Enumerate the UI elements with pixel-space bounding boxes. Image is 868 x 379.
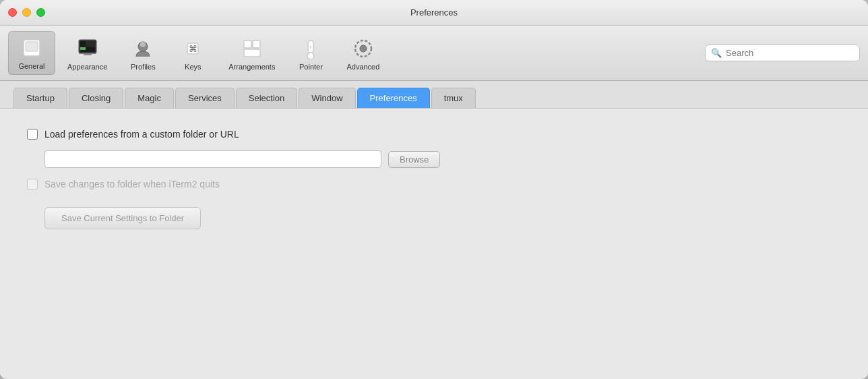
tab-magic[interactable]: Magic [125, 88, 174, 108]
toolbar-item-advanced[interactable]: Advanced [337, 32, 389, 75]
tab-selection[interactable]: Selection [236, 88, 297, 108]
pointer-label: Pointer [299, 63, 323, 71]
tab-closing[interactable]: Closing [69, 88, 123, 108]
general-icon [20, 36, 44, 60]
toolbar-items: General Appearance [8, 31, 705, 75]
minimize-button[interactable] [22, 8, 31, 17]
svg-rect-12 [244, 40, 251, 48]
search-icon: 🔍 [711, 48, 722, 58]
tab-services[interactable]: Services [175, 88, 235, 108]
tab-window[interactable]: Window [299, 88, 355, 108]
svg-point-17 [307, 53, 314, 59]
tab-bar: Startup Closing Magic Services Selection… [0, 81, 868, 109]
toolbar-item-pointer[interactable]: Pointer [287, 32, 334, 75]
save-settings-button[interactable]: Save Current Settings to Folder [44, 207, 201, 229]
save-on-quit-label: Save changes to folder when iTerm2 quits [44, 179, 220, 190]
preferences-section: Load preferences from a custom folder or… [27, 129, 841, 229]
svg-rect-14 [244, 49, 260, 57]
search-input[interactable] [726, 48, 854, 58]
save-on-quit-checkbox[interactable] [27, 179, 38, 190]
save-on-quit-row: Save changes to folder when iTerm2 quits [27, 179, 841, 190]
toolbar-item-profiles[interactable]: Profiles [119, 32, 166, 75]
general-label: General [18, 62, 44, 70]
content-area: Load preferences from a custom folder or… [0, 109, 868, 379]
appearance-label: Appearance [67, 63, 107, 71]
tab-preferences[interactable]: Preferences [357, 88, 430, 108]
toolbar-item-arrangements[interactable]: Arrangements [219, 32, 284, 75]
maximize-button[interactable] [36, 8, 45, 17]
window-title: Preferences [410, 7, 458, 18]
tab-tmux[interactable]: tmux [431, 88, 476, 108]
arrangements-icon [240, 36, 264, 61]
toolbar-item-appearance[interactable]: Appearance [58, 32, 117, 75]
title-bar: Preferences [0, 0, 868, 26]
profiles-label: Profiles [131, 63, 156, 71]
folder-input-row: Browse [27, 150, 841, 168]
pointer-icon [299, 36, 323, 61]
save-settings-container: Save Current Settings to Folder [27, 207, 841, 229]
close-button[interactable] [8, 8, 17, 17]
folder-input[interactable] [44, 150, 381, 168]
toolbar-item-general[interactable]: General [8, 31, 55, 75]
keys-icon: ⌘ [181, 36, 205, 61]
search-box: 🔍 [705, 45, 860, 61]
svg-rect-13 [253, 40, 260, 48]
search-container: 🔍 [705, 45, 860, 61]
arrangements-label: Arrangements [228, 63, 275, 71]
svg-point-9 [140, 42, 146, 47]
keys-label: Keys [185, 63, 201, 71]
tab-startup[interactable]: Startup [13, 88, 67, 108]
load-prefs-label: Load preferences from a custom folder or… [44, 129, 239, 140]
appearance-icon [75, 36, 100, 61]
svg-point-18 [360, 45, 367, 52]
svg-rect-7 [84, 54, 92, 55]
profiles-icon [131, 36, 155, 61]
browse-button[interactable]: Browse [388, 151, 440, 168]
svg-rect-1 [26, 42, 38, 51]
svg-rect-4 [80, 47, 86, 50]
load-prefs-row: Load preferences from a custom folder or… [27, 129, 841, 140]
svg-text:⌘: ⌘ [189, 44, 197, 54]
svg-rect-5 [86, 41, 95, 47]
traffic-lights [8, 8, 45, 17]
advanced-label: Advanced [346, 63, 379, 71]
toolbar: General Appearance [0, 26, 868, 81]
toolbar-item-keys[interactable]: ⌘ Keys [169, 32, 216, 75]
load-prefs-checkbox[interactable] [27, 129, 38, 140]
advanced-icon [351, 36, 375, 61]
